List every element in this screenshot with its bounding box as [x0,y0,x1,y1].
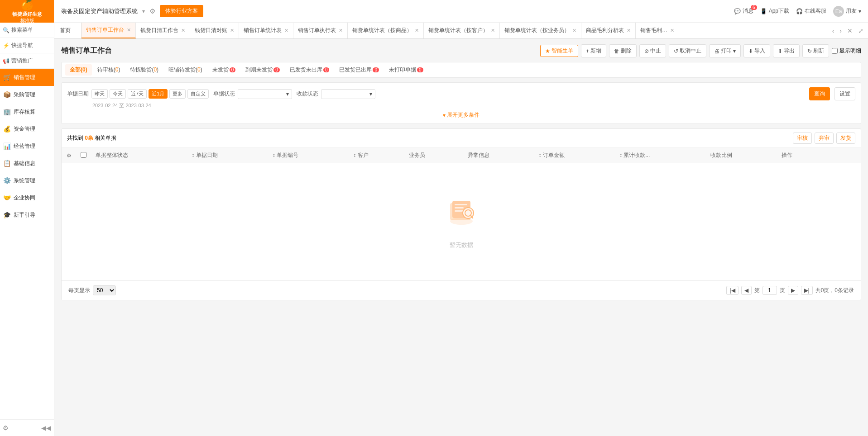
sidebar-item-6[interactable]: ⚙️系统管理 [0,172,54,189]
subtab-4[interactable]: 未发货0 [208,64,240,76]
show-detail-checkbox[interactable]: 显示明细 [832,47,861,55]
import-button[interactable]: ⬇ 导入 [743,44,770,57]
online-service-item[interactable]: 🎧 在线客服 [796,7,826,15]
industry-solution-button[interactable]: 体验行业方案 [160,5,203,17]
sidebar-search[interactable]: 🔍 搜索菜单 [0,23,54,38]
collapse-icon[interactable]: ◀◀ [41,424,51,431]
subtab-8[interactable]: 未打印单据0 [384,64,428,76]
tab-close-6[interactable]: ✕ [491,28,495,33]
tab-2[interactable]: 钱货日清对账✕ [190,23,239,38]
date-btn-2[interactable]: 近7天 [128,89,147,99]
tab-close-all-button[interactable]: ✕ [845,26,854,35]
sidebar-item-1[interactable]: 📦采购管理 [0,86,54,103]
sidebar-item-2[interactable]: 🏢库存核算 [0,103,54,120]
tab-next-button[interactable]: › [838,26,844,35]
page-actions: ★ 智能生单 + 新增 🗑 删除 ⊘ 中止 [540,44,861,57]
date-btn-3[interactable]: 近1月 [149,89,168,99]
sidebar-item-4[interactable]: 📊经营管理 [0,137,54,155]
status-select[interactable]: ▾ [238,89,292,99]
cancel-stop-button[interactable]: ↺ 取消中止 [669,44,706,57]
filter-row: 单据日期 昨天今天近7天近1月更多自定义 单据状态 ▾ [67,87,855,100]
th-number-label: ↕ 单据编号 [273,152,298,158]
subtab-0[interactable]: 全部(0) [65,64,92,76]
refresh-button[interactable]: ↻ 刷新 [802,44,829,57]
show-detail-input[interactable] [832,48,838,54]
expand-filter-button[interactable]: ▾ 展开更多条件 [67,111,855,119]
audit-button[interactable]: 审核 [793,133,812,144]
filter-area: 单据日期 昨天今天近7天近1月更多自定义 单据状态 ▾ [61,82,861,124]
user-menu[interactable]: Ea 用友 ▾ [833,6,861,17]
topbar-left: 装备及固定资产辅助管理系统 ▾ ⚙ 体验行业方案 [61,5,203,17]
tab-8[interactable]: 商品毛利分析表✕ [581,23,636,38]
last-page-button[interactable]: ▶| [801,286,813,295]
tab-label-3: 销售订单统计表 [244,27,282,34]
sidebar-item-5[interactable]: 📋基础信息 [0,155,54,172]
sidebar-item-3[interactable]: 💰资金管理 [0,120,54,137]
tab-label-4: 销售订单执行表 [298,27,336,34]
smart-create-button[interactable]: ★ 智能生单 [540,45,578,57]
tab-1[interactable]: 钱货日清工作台✕ [136,23,190,38]
subtab-2[interactable]: 待拣验货(0) [125,64,163,76]
empty-state: 暂无数据 [66,167,856,276]
query-button[interactable]: 查询 [809,87,830,100]
subtab-7[interactable]: 已发货已出库0 [335,64,384,76]
tab-4[interactable]: 销售订单执行表✕ [293,23,348,38]
tab-label-9: 销售毛利… [640,27,667,34]
th-amount: ↕ 订单金额 [534,148,614,163]
sidebar-item-0[interactable]: 🛒销售管理 [0,69,54,86]
date-btn-0[interactable]: 昨天 [91,89,108,99]
app-download-item[interactable]: 📱 App下载 [760,7,789,15]
tab-close-5[interactable]: ✕ [415,28,419,33]
next-page-button[interactable]: ▶ [788,286,798,295]
tab-fullscreen-button[interactable]: ⤢ [856,26,865,35]
date-btn-5[interactable]: 自定义 [187,89,209,99]
stop-button[interactable]: ⊘ 中止 [639,44,666,57]
subtab-1[interactable]: 待审核(0) [93,64,125,76]
page-input[interactable] [762,286,777,295]
sidebar-quicknav[interactable]: ⚡ 快捷导航 [0,38,54,53]
date-btn-4[interactable]: 更多 [169,89,186,99]
tab-0[interactable]: 销售订单工作台✕ [82,23,136,38]
per-page-select[interactable]: 50 10 20 100 [93,285,116,295]
tab-7[interactable]: 销货单统计表（按业务员）✕ [500,23,581,38]
tab-9[interactable]: 销售毛利…✕ [636,23,679,38]
tab-close-7[interactable]: ✕ [572,28,576,33]
print-button[interactable]: 🖨 打印 ▾ [709,44,741,57]
sidebar-marketing[interactable]: 📢 营销推广 [0,53,54,69]
payment-select[interactable]: ▾ [321,89,375,99]
tab-close-9[interactable]: ✕ [670,28,674,33]
tab-close-4[interactable]: ✕ [339,28,343,33]
cancel-audit-button[interactable]: 弃审 [815,133,834,144]
message-icon: 💬 [734,8,741,14]
tab-home[interactable]: 首页 [54,23,82,38]
sidebar-item-7[interactable]: 🤝企业协同 [0,189,54,206]
payment-dropdown-icon: ▾ [369,91,372,97]
settings-icon[interactable]: ⚙ [3,424,9,431]
system-dropdown-icon[interactable]: ▾ [142,8,145,14]
select-all-checkbox[interactable] [81,152,86,158]
export-button[interactable]: ⬆ 导出 [773,44,800,57]
tab-prev-button[interactable]: ‹ [830,26,836,35]
message-item[interactable]: 💬 6 消息 [734,7,753,15]
tab-close-8[interactable]: ✕ [627,28,631,33]
tab-close-2[interactable]: ✕ [230,28,234,33]
tab-6[interactable]: 销货单统计表（按客户）✕ [424,23,500,38]
tab-3[interactable]: 销售订单统计表✕ [239,23,293,38]
tab-5[interactable]: 销货单统计表（按商品）✕ [348,23,424,38]
tab-close-0[interactable]: ✕ [127,27,131,33]
topbar-gear-icon[interactable]: ⚙ [149,7,155,15]
tab-close-1[interactable]: ✕ [181,28,185,33]
subtab-6[interactable]: 已发货未出库0 [285,64,334,76]
first-page-button[interactable]: |◀ [726,286,738,295]
subtab-3[interactable]: 旺铺待发货(0) [164,64,207,76]
add-button[interactable]: + 新增 [581,44,606,57]
subtab-label-4: 未发货0 [212,66,236,73]
delete-button[interactable]: 🗑 删除 [609,44,637,57]
sidebar-item-8[interactable]: 🎓新手引导 [0,206,54,223]
ship-button[interactable]: 发货 [836,133,855,144]
prev-page-button[interactable]: ◀ [741,286,752,295]
tab-close-3[interactable]: ✕ [284,28,288,33]
filter-settings-button[interactable]: 设置 [834,87,855,100]
date-btn-1[interactable]: 今天 [110,89,126,99]
subtab-5[interactable]: 到期未发货0 [241,64,284,76]
